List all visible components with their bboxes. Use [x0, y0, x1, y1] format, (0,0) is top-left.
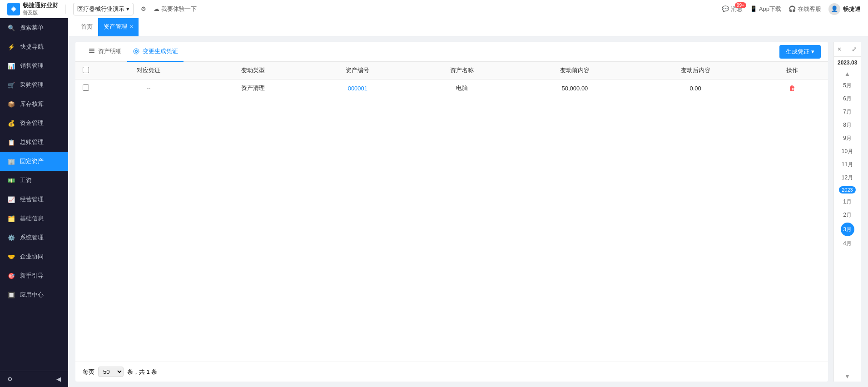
avatar: 👤	[828, 3, 840, 15]
ledger-icon: 📋	[7, 138, 15, 146]
dropdown-arrow-icon: ▾	[811, 48, 814, 55]
sidebar-item-search[interactable]: 🔍 搜索菜单	[0, 18, 68, 37]
select-all-checkbox[interactable]	[83, 67, 89, 73]
sidebar-item-ledger[interactable]: 📋 总账管理	[0, 133, 68, 152]
sidebar-item-purchase[interactable]: 🛒 采购管理	[0, 75, 68, 94]
sidebar-bottom: ⚙ ◀	[0, 371, 68, 387]
tab-voucher-gen[interactable]: 变更生成凭证	[127, 42, 184, 62]
month-item[interactable]: 10月	[834, 145, 861, 158]
row-name: 电脑	[410, 79, 514, 97]
tab-asset-detail-label: 资产明细	[98, 47, 122, 55]
month-item[interactable]: 11月	[834, 158, 861, 171]
month-list: 5月6月7月8月9月10月11月12月20231月2月3月4月	[834, 79, 861, 371]
nav-icon: ⚡	[7, 43, 15, 51]
pagination-bar: 每页 50 10 20 100 条，共 1 条	[75, 362, 828, 382]
panel-expand-icon[interactable]: ⤢	[852, 45, 857, 53]
sidebar-item-inventory[interactable]: 📦 库存核算	[0, 94, 68, 114]
svg-rect-3	[89, 52, 94, 53]
sidebar-item-system[interactable]: ⚙️ 系统管理	[0, 228, 68, 247]
month-item[interactable]: 7月	[834, 105, 861, 119]
right-panel: × ⤢ 2023.03 ▲ 5月6月7月8月9月10月11月12月20231月2…	[833, 42, 861, 382]
headset-icon: 🎧	[789, 5, 796, 12]
apps-icon: 🔲	[7, 291, 15, 299]
month-item[interactable]: 9月	[834, 132, 861, 145]
app-download-btn[interactable]: 📱 App下载	[750, 5, 781, 13]
page-size-select[interactable]: 50 10 20 100	[98, 367, 124, 377]
sidebar-item-apps[interactable]: 🔲 应用中心	[0, 285, 68, 304]
month-item[interactable]: 12月	[834, 171, 861, 184]
settings-icon[interactable]: ⚙	[137, 3, 150, 15]
tab-home-label: 首页	[81, 23, 93, 31]
table-icon	[88, 48, 95, 55]
month-item[interactable]: 6月	[834, 92, 861, 105]
tab-voucher-gen-label: 变更生成凭证	[143, 47, 178, 55]
col-name: 资产名称	[410, 62, 514, 79]
row-checkbox-cell	[75, 79, 96, 97]
month-item[interactable]: 2月	[834, 208, 861, 222]
app-label: App下载	[759, 5, 781, 13]
tab-asset-close[interactable]: ×	[130, 24, 133, 30]
panel-close-icon[interactable]: ×	[838, 45, 841, 53]
month-item[interactable]: 4月	[834, 237, 861, 250]
table-row: -- 资产清理 000001 电脑 50,000.00 0.00 🗑	[75, 79, 828, 97]
generate-voucher-btn[interactable]: 生成凭证 ▾	[779, 45, 821, 59]
finance-icon: 💰	[7, 119, 15, 127]
sidebar-label-coop: 企业协同	[20, 253, 44, 261]
nav-up-icon[interactable]: ▲	[834, 69, 861, 79]
sidebar-label-payroll: 工资	[20, 176, 32, 184]
right-panel-header: × ⤢	[834, 42, 861, 57]
tab-asset[interactable]: 资产管理 ×	[98, 18, 139, 36]
sidebar-label-sales: 销售管理	[20, 62, 44, 70]
message-icon: 💬	[722, 5, 729, 12]
search-icon: 🔍	[7, 24, 15, 32]
payroll-icon: 💵	[7, 176, 15, 184]
page-size-prefix: 每页	[83, 368, 94, 376]
tab-asset-detail[interactable]: 资产明细	[83, 42, 127, 62]
col-action: 操作	[756, 62, 828, 79]
month-item[interactable]: 3月	[841, 223, 854, 236]
purchase-icon: 🛒	[7, 81, 15, 89]
user-info[interactable]: 👤 畅捷通	[828, 3, 861, 15]
sidebar-label-guide: 新手引导	[20, 272, 44, 280]
sidebar-item-fixed[interactable]: 🏢 固定资产	[0, 152, 68, 171]
collapse-icon[interactable]: ◀	[56, 376, 61, 382]
message-btn[interactable]: 💬 消息 99+	[722, 5, 743, 13]
year-2023-badge[interactable]: 2023	[839, 186, 855, 194]
svg-point-0	[12, 8, 15, 10]
month-item[interactable]: 5月	[834, 79, 861, 92]
tab-home[interactable]: 首页	[75, 18, 98, 36]
basic-icon: 🗂️	[7, 214, 15, 223]
row-action: 🗑	[756, 79, 828, 97]
nav-down-icon[interactable]: ▼	[834, 371, 861, 382]
tab-bar: 首页 资产管理 ×	[68, 18, 868, 36]
sidebar-item-nav[interactable]: ⚡ 快捷导航	[0, 37, 68, 56]
col-checkbox	[75, 62, 96, 79]
tab-asset-label: 资产管理	[104, 23, 127, 31]
sidebar-item-coop[interactable]: 🤝 企业协同	[0, 247, 68, 266]
sidebar-label-ledger: 总账管理	[20, 138, 44, 146]
service-btn[interactable]: 🎧 在线客服	[789, 5, 821, 13]
col-voucher: 对应凭证	[96, 62, 201, 79]
chevron-down-icon: ▾	[126, 5, 129, 12]
cloud-icon: ☁	[154, 5, 159, 12]
row-checkbox-0[interactable]	[83, 84, 89, 91]
delete-row-btn[interactable]: 🗑	[789, 84, 795, 92]
sidebar-label-system: 系统管理	[20, 233, 44, 242]
table-wrapper: 对应凭证 变动类型 资产编号 资产名称 变动前内容 变动后内容 操作	[75, 62, 828, 362]
sidebar-item-management[interactable]: 📈 经营管理	[0, 190, 68, 209]
sales-icon: 📊	[7, 62, 15, 70]
sidebar-item-payroll[interactable]: 💵 工资	[0, 171, 68, 190]
company-selector[interactable]: 医疗器械行业演示 ▾	[73, 3, 134, 15]
sidebar-item-finance[interactable]: 💰 资金管理	[0, 114, 68, 133]
month-item[interactable]: 8月	[834, 119, 861, 132]
inventory-icon: 📦	[7, 100, 15, 108]
sidebar-item-sales[interactable]: 📊 销售管理	[0, 56, 68, 75]
settings-bottom-icon[interactable]: ⚙	[7, 376, 13, 382]
experience-label: 我要体验一下	[161, 5, 197, 13]
sidebar-item-basic[interactable]: 🗂️ 基础信息	[0, 209, 68, 228]
sidebar-item-guide[interactable]: 🎯 新手引导	[0, 266, 68, 285]
month-item[interactable]: 1月	[834, 195, 861, 208]
experience-btn[interactable]: ☁ 我要体验一下	[154, 5, 197, 13]
svg-rect-1	[89, 49, 94, 50]
guide-icon: 🎯	[7, 272, 15, 280]
